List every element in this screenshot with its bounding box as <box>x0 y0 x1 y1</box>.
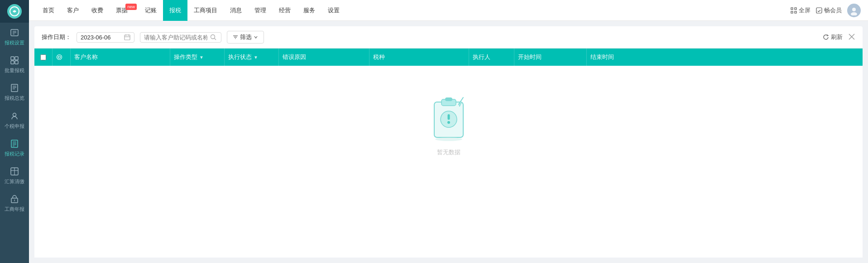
nav-item-kehu[interactable]: 客户 <box>61 0 85 21</box>
filter-icon <box>233 34 238 40</box>
close-button[interactable] <box>848 33 855 42</box>
sidebar-item-baoshuishezhi[interactable]: 报税设置 <box>0 23 29 50</box>
svg-line-37 <box>215 39 216 40</box>
new-badge: new <box>125 4 137 10</box>
nav-item-jizhang[interactable]: 记账 <box>139 0 163 21</box>
th-tax-type: 税种 <box>369 49 469 66</box>
svg-point-43 <box>58 56 61 58</box>
piliangshuishui-icon <box>9 55 20 66</box>
date-picker[interactable] <box>77 32 134 43</box>
filter-status-icon: ▼ <box>254 55 258 60</box>
sidebar-label-baoshuijilu: 报税记录 <box>5 151 24 157</box>
sidebar-item-piliangshuishui[interactable]: 批量报税 <box>0 50 29 78</box>
settings-icon <box>56 54 62 60</box>
toolbar: 操作日期： <box>34 26 863 49</box>
th-end-time: 结束时间 <box>587 49 646 66</box>
fullscreen-btn[interactable]: 全屏 <box>791 6 810 15</box>
svg-point-53 <box>435 137 462 141</box>
th-error-reason: 错误原因 <box>279 49 369 66</box>
svg-point-44 <box>57 55 62 60</box>
baoshuizonglan-icon <box>9 83 20 93</box>
nav-item-shezhi[interactable]: 设置 <box>321 0 346 21</box>
svg-point-13 <box>13 113 16 116</box>
svg-rect-47 <box>445 97 452 101</box>
svg-rect-24 <box>791 8 793 10</box>
calendar-icon <box>124 34 130 40</box>
nav-right: 全屏 畅会员 <box>791 4 861 17</box>
nav-items: 首页 客户 收费 票据 new 记账 报税 工商项目 消息 <box>36 0 791 21</box>
date-label: 操作日期： <box>42 33 71 41</box>
main-area: 首页 客户 收费 票据 new 记账 报税 工商项目 消息 <box>29 0 868 263</box>
nav-item-gongshangxiangmu[interactable]: 工商项目 <box>187 0 224 21</box>
fullscreen-label: 全屏 <box>799 6 810 15</box>
sidebar-label-geshuishenbao: 个税申报 <box>5 123 24 129</box>
refresh-button[interactable]: 刷新 <box>823 33 843 41</box>
svg-rect-7 <box>11 61 14 64</box>
huisuanqingsuan-icon <box>9 166 20 177</box>
svg-rect-8 <box>15 61 18 64</box>
svg-rect-25 <box>795 8 796 10</box>
baoshuishezhi-icon <box>9 27 20 38</box>
sidebar-logo <box>0 0 29 23</box>
nav-item-shoufei[interactable]: 收费 <box>85 0 110 21</box>
svg-rect-9 <box>11 84 18 92</box>
search-input[interactable] <box>144 34 207 41</box>
th-operation-type[interactable]: 操作类型 ▼ <box>170 49 225 66</box>
filter-label: 筛选 <box>240 33 252 41</box>
refresh-icon <box>823 34 829 40</box>
svg-rect-5 <box>11 57 14 60</box>
gongshangnianbaoo-icon <box>9 194 20 205</box>
date-input[interactable] <box>81 34 121 41</box>
chevron-down-icon <box>254 35 258 39</box>
sidebar-item-geshuishenbao[interactable]: 个税申报 <box>0 106 29 134</box>
sidebar-item-gongshangnianbaoo[interactable]: 工商年报 <box>0 189 29 217</box>
select-all-checkbox[interactable] <box>40 54 46 60</box>
user-avatar[interactable] <box>847 4 861 17</box>
sidebar-label-baoshuishezhi: 报税设置 <box>5 40 24 46</box>
filter-operation-icon: ▼ <box>199 55 204 60</box>
svg-rect-32 <box>125 35 130 40</box>
svg-rect-6 <box>15 57 18 60</box>
top-navigation: 首页 客户 收费 票据 new 记账 报税 工商项目 消息 <box>29 0 868 21</box>
sidebar-item-baoshuijilu[interactable]: 报税记录 <box>0 134 29 161</box>
table-header: 客户名称 操作类型 ▼ 执行状态 ▼ 错误原因 税种 执行人 <box>34 49 863 66</box>
toolbar-right: 刷新 <box>823 33 855 42</box>
nav-item-guanli[interactable]: 管理 <box>248 0 273 21</box>
member-btn[interactable]: 畅会员 <box>816 6 842 15</box>
svg-point-50 <box>447 121 450 124</box>
sidebar-label-gongshangnianbaoo: 工商年报 <box>5 206 24 212</box>
nav-item-shouye[interactable]: 首页 <box>36 0 61 21</box>
svg-rect-27 <box>795 11 796 13</box>
close-icon <box>848 33 855 40</box>
th-checkbox[interactable] <box>34 49 53 66</box>
nav-item-jingying[interactable]: 经营 <box>273 0 297 21</box>
app-logo-icon <box>7 4 22 19</box>
data-table: 客户名称 操作类型 ▼ 执行状态 ▼ 错误原因 税种 执行人 <box>34 49 863 258</box>
nav-item-fuwu[interactable]: 服务 <box>297 0 321 21</box>
svg-rect-28 <box>816 8 822 13</box>
sidebar-label-huisuanqingsuan: 汇算清缴 <box>5 179 24 185</box>
nav-item-baoshui[interactable]: 报税 <box>163 0 187 21</box>
th-customer-name: 客户名称 <box>71 49 170 66</box>
content-area: 操作日期： <box>29 21 868 263</box>
search-box[interactable] <box>140 32 221 43</box>
baoshuijilu-icon <box>9 138 20 149</box>
nav-item-xiaoxi[interactable]: 消息 <box>224 0 248 21</box>
nav-item-piaoju[interactable]: 票据 new <box>110 0 139 21</box>
th-start-time: 开始时间 <box>514 49 587 66</box>
th-exec-status[interactable]: 执行状态 ▼ <box>225 49 279 66</box>
filter-button[interactable]: 筛选 <box>227 31 264 44</box>
svg-rect-14 <box>11 140 18 147</box>
sidebar-item-huisuanqingsuan[interactable]: 汇算清缴 <box>0 161 29 189</box>
member-label: 畅会员 <box>824 6 842 15</box>
fullscreen-icon <box>791 7 797 14</box>
search-icon <box>210 34 216 40</box>
empty-state: 暂无数据 <box>34 66 863 175</box>
svg-rect-49 <box>447 114 450 120</box>
sidebar-item-baoshuizonglan[interactable]: 报税总览 <box>0 78 29 106</box>
empty-illustration <box>426 93 471 143</box>
sidebar: 报税设置 批量报税 报税总览 <box>0 0 29 263</box>
svg-point-30 <box>852 8 856 11</box>
empty-text: 暂无数据 <box>437 148 460 156</box>
refresh-label: 刷新 <box>831 33 843 41</box>
